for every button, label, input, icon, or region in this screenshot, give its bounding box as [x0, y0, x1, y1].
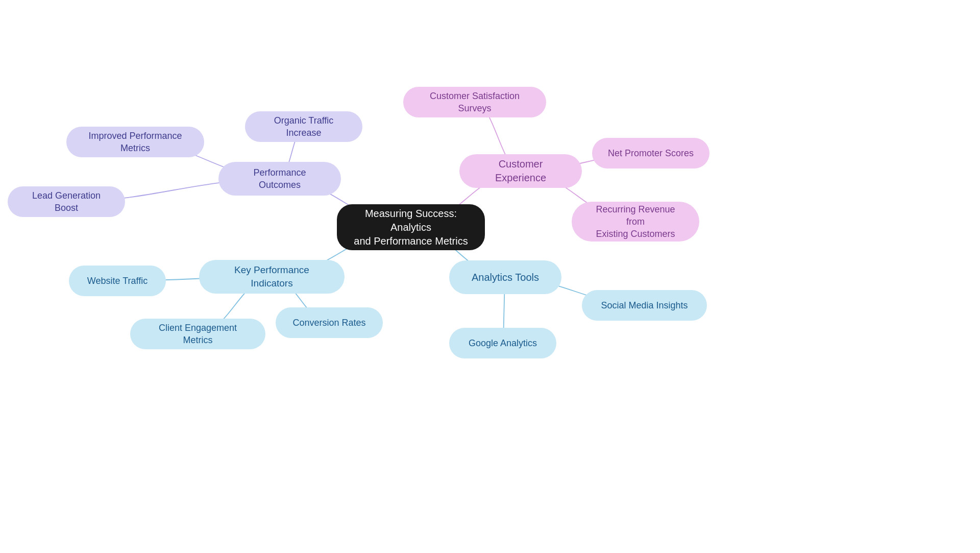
- client-engagement-node: Client Engagement Metrics: [130, 319, 265, 349]
- analytics-tools-label: Analytics Tools: [472, 271, 539, 284]
- organic-traffic-label: Organic Traffic Increase: [259, 114, 348, 139]
- conversion-rates-label: Conversion Rates: [292, 317, 365, 329]
- customer-experience-node: Customer Experience: [459, 154, 582, 188]
- kpi-node: Key Performance Indicators: [199, 260, 345, 294]
- analytics-tools-node: Analytics Tools: [449, 260, 561, 294]
- recurring-revenue-label: Recurring Revenue from Existing Customer…: [586, 203, 685, 241]
- center-node: Measuring Success: Analytics and Perform…: [337, 204, 485, 250]
- lead-generation-label: Lead Generation Boost: [22, 189, 111, 214]
- customer-experience-label: Customer Experience: [474, 157, 568, 185]
- website-traffic-node: Website Traffic: [69, 266, 166, 296]
- google-analytics-label: Google Analytics: [469, 337, 537, 349]
- improved-metrics-node: Improved Performance Metrics: [66, 127, 204, 157]
- conversion-rates-node: Conversion Rates: [276, 307, 383, 338]
- net-promoter-label: Net Promoter Scores: [608, 147, 694, 159]
- social-media-node: Social Media Insights: [582, 290, 707, 321]
- client-engagement-label: Client Engagement Metrics: [144, 322, 251, 347]
- organic-traffic-node: Organic Traffic Increase: [245, 111, 362, 142]
- google-analytics-node: Google Analytics: [449, 328, 556, 358]
- improved-metrics-label: Improved Performance Metrics: [81, 130, 190, 155]
- website-traffic-label: Website Traffic: [87, 275, 148, 287]
- lead-generation-node: Lead Generation Boost: [8, 186, 125, 217]
- net-promoter-node: Net Promoter Scores: [592, 138, 709, 169]
- social-media-label: Social Media Insights: [601, 299, 688, 311]
- recurring-revenue-node: Recurring Revenue from Existing Customer…: [572, 202, 699, 242]
- center-label: Measuring Success: Analytics and Perform…: [351, 207, 471, 248]
- performance-outcomes-label: Performance Outcomes: [233, 166, 327, 191]
- kpi-label: Key Performance Indicators: [213, 263, 330, 290]
- customer-satisfaction-node: Customer Satisfaction Surveys: [403, 87, 546, 117]
- performance-outcomes-node: Performance Outcomes: [218, 162, 341, 196]
- customer-satisfaction-label: Customer Satisfaction Surveys: [418, 90, 532, 115]
